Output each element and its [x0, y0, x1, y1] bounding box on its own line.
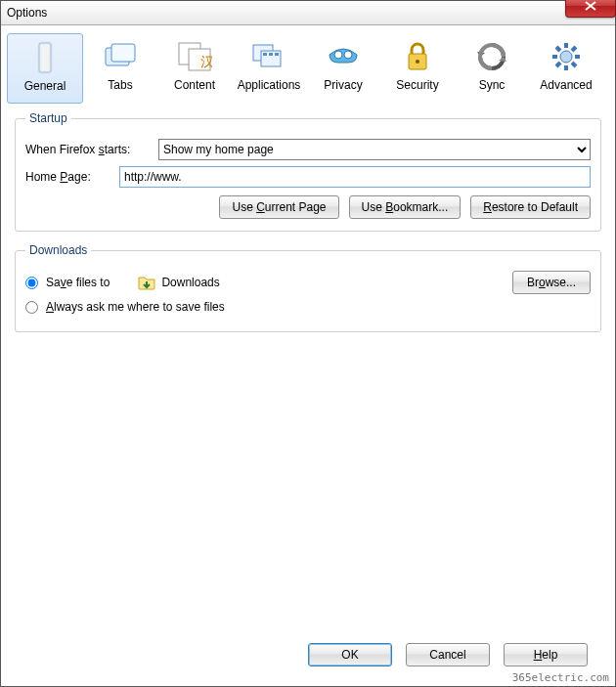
home-page-label: Home Page:: [25, 170, 111, 184]
svg-rect-10: [269, 53, 273, 56]
svg-text:汉: 汉: [200, 55, 212, 69]
svg-line-22: [572, 63, 576, 66]
svg-point-15: [416, 60, 419, 64]
sync-icon: [476, 41, 507, 72]
tab-general[interactable]: General: [7, 33, 83, 104]
home-page-input[interactable]: [119, 166, 591, 188]
tab-applications[interactable]: Applications: [232, 33, 306, 104]
downloads-legend: Downloads: [25, 243, 91, 257]
tab-label: General: [8, 79, 82, 93]
content-icon: 汉: [177, 41, 212, 72]
watermark: 365electric.com: [512, 671, 609, 684]
cancel-button[interactable]: Cancel: [406, 643, 490, 666]
tab-label: Privacy: [306, 78, 380, 92]
svg-rect-11: [275, 53, 279, 56]
tabs-icon: [104, 42, 137, 71]
svg-rect-0: [39, 43, 51, 72]
tab-label: Sync: [455, 78, 529, 92]
restore-default-button[interactable]: Restore to Default: [470, 195, 591, 219]
tab-security[interactable]: Security: [380, 33, 455, 104]
use-bookmark-button[interactable]: Use Bookmark...: [349, 195, 462, 219]
privacy-icon: [327, 41, 360, 72]
help-button[interactable]: Help: [504, 643, 588, 666]
always-ask-label: Always ask me where to save files: [46, 300, 225, 314]
tab-content[interactable]: 汉 Content: [157, 33, 232, 104]
downloads-group: Downloads Save files to Downloads Browse…: [15, 243, 601, 332]
tab-panel-general: Startup When Firefox starts: Show my hom…: [15, 111, 601, 332]
tab-tabs[interactable]: Tabs: [83, 33, 157, 104]
svg-point-13: [344, 51, 352, 59]
dialog-footer: OK Cancel Help: [1, 643, 615, 666]
advanced-icon: [550, 40, 583, 73]
save-files-to-label: Save files to: [46, 276, 110, 289]
startup-group: Startup When Firefox starts: Show my hom…: [15, 111, 601, 232]
tab-label: Security: [380, 78, 455, 92]
svg-rect-3: [111, 44, 135, 62]
tab-sync[interactable]: Sync: [455, 33, 529, 104]
tab-label: Tabs: [83, 78, 157, 92]
close-button[interactable]: [565, 0, 616, 18]
tab-label: Advanced: [529, 78, 603, 92]
svg-point-12: [334, 51, 342, 59]
folder-icon: [138, 275, 155, 290]
downloads-folder-name: Downloads: [161, 276, 219, 289]
svg-line-24: [572, 47, 576, 51]
save-files-to-radio[interactable]: [25, 277, 38, 289]
tab-advanced[interactable]: Advanced: [529, 33, 603, 104]
svg-line-21: [556, 47, 560, 51]
tab-privacy[interactable]: Privacy: [306, 33, 380, 104]
window-title: Options: [7, 6, 47, 20]
svg-point-16: [560, 51, 572, 63]
applications-icon: [251, 41, 286, 72]
svg-line-23: [556, 63, 560, 66]
when-firefox-starts-label: When Firefox starts:: [25, 143, 151, 156]
downloads-folder[interactable]: Downloads: [131, 272, 226, 293]
browse-button[interactable]: Browse...: [512, 271, 591, 294]
always-ask-radio[interactable]: [25, 301, 38, 314]
when-firefox-starts-select[interactable]: Show my home page: [158, 139, 591, 160]
close-icon: [585, 1, 596, 11]
security-icon: [403, 40, 432, 73]
category-tabstrip: General Tabs 汉 Content: [1, 25, 615, 104]
use-current-page-button[interactable]: Use Current Page: [219, 195, 338, 219]
startup-legend: Startup: [25, 111, 71, 125]
ok-button[interactable]: OK: [308, 643, 392, 666]
title-bar: Options: [1, 1, 615, 25]
options-window: Options General Tabs: [0, 0, 616, 687]
general-icon: [30, 41, 60, 74]
svg-rect-9: [263, 53, 267, 56]
tab-label: Applications: [232, 78, 306, 92]
tab-label: Content: [157, 78, 232, 92]
